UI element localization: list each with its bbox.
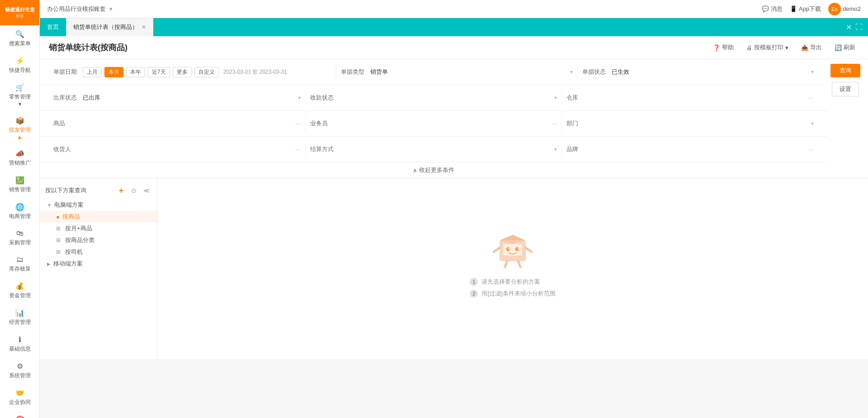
wholesale-arrow: ▲ xyxy=(17,134,23,140)
recipient-value[interactable]: ··· xyxy=(83,146,301,153)
docstatus-arrow: ▾ xyxy=(811,69,814,75)
active-scheme-icon: ● xyxy=(56,214,60,220)
sidebar-item-search[interactable]: 🔍 搜索菜单 xyxy=(0,25,39,52)
edit-scheme-btn[interactable]: ⊙ xyxy=(129,185,139,195)
sidebar-item-enterprise[interactable]: 🤝 企业协同 xyxy=(0,384,39,411)
query-btn[interactable]: 查询 xyxy=(830,64,860,77)
sidebar-item-retail[interactable]: 🛒 零售管理 ▾ xyxy=(0,79,39,112)
tab-close-all-btn[interactable]: ✕ xyxy=(846,23,852,32)
print-btn[interactable]: 🖨 按模板打印 ▾ xyxy=(743,42,792,53)
username-label: demo2 xyxy=(843,5,861,12)
sidebar-item-wholesale[interactable]: 📦 批发管理 ▲ xyxy=(0,112,39,145)
tree-mobile-root[interactable]: ▶ 移动端方案 xyxy=(40,258,157,270)
goods-dots[interactable]: ··· xyxy=(295,120,301,127)
doctype-value[interactable]: 销货单 ▾ xyxy=(370,68,573,76)
payment-status-arrow: ▾ xyxy=(554,95,557,101)
sidebar-item-marketing[interactable]: 📣 营销推广 xyxy=(0,145,39,171)
setting-btn[interactable]: 设置 xyxy=(832,82,859,96)
dept-value[interactable]: ▾ xyxy=(596,120,814,127)
tab-expand-btn[interactable]: ⛶ xyxy=(855,23,863,31)
outstatus-value[interactable]: 已出库 ▾ xyxy=(83,94,301,102)
inventory-icon: 🗂 xyxy=(16,256,24,264)
sidebar-item-basic[interactable]: ℹ 基础信息 xyxy=(0,331,39,357)
sidebar-item-purchase-label: 采购管理 xyxy=(9,239,31,247)
tab-home[interactable]: 首页 xyxy=(40,18,66,36)
user-area[interactable]: Ea demo2 xyxy=(828,3,861,15)
filter-row-2: 出库状态 已出库 ▾ 收款状态 ▾ 仓库 xyxy=(40,85,827,111)
avatar-initials: Ea xyxy=(832,6,838,12)
collapse-row[interactable]: ∧ 收起更多条件 xyxy=(40,162,827,178)
warehouse-dots[interactable]: ··· xyxy=(808,94,814,101)
sidebar-item-sales-label: 销售管理 xyxy=(9,186,31,194)
date-more-btn[interactable]: 更多 xyxy=(173,67,192,77)
avatar: Ea xyxy=(828,3,841,15)
refresh-btn[interactable]: 🔄 刷新 xyxy=(831,42,859,53)
clerk-value[interactable]: ··· xyxy=(340,120,557,127)
goods-value[interactable]: ··· xyxy=(83,120,301,127)
sidebar-item-purchase[interactable]: 🛍 采购管理 xyxy=(0,225,39,251)
tree-pc-root[interactable]: ▼ 电脑端方案 xyxy=(40,199,157,211)
by-company-label: 按司机 xyxy=(65,248,83,256)
help-btn[interactable]: ❓ 帮助 xyxy=(709,42,737,53)
date-custom-btn[interactable]: 自定义 xyxy=(194,67,219,77)
tree-by-goods[interactable]: ● 按商品 xyxy=(40,211,157,223)
brand-dots[interactable]: ··· xyxy=(808,146,814,153)
sidebar-item-sales[interactable]: 💹 销售管理 xyxy=(0,171,39,198)
sidebar-item-enterprise-label: 企业协同 xyxy=(9,399,31,406)
payment-status-value[interactable]: ▾ xyxy=(340,95,557,101)
svg-point-4 xyxy=(508,248,509,249)
warehouse-value[interactable]: ··· xyxy=(596,94,814,101)
svg-line-7 xyxy=(526,248,532,252)
svg-line-9 xyxy=(518,261,520,267)
message-btn[interactable]: 💬 消息 xyxy=(762,5,783,13)
filter-cell-payment-method: 结算方式 ▾ xyxy=(306,141,562,157)
app-download-btn[interactable]: 📱 App下载 xyxy=(790,5,821,13)
sidebar-item-operations[interactable]: 📊 经营管理 xyxy=(0,304,39,331)
tree-by-month-goods[interactable]: ⊞ 按月+商品 xyxy=(40,223,157,234)
wholesale-icon: 📦 xyxy=(15,116,24,125)
sidebar-item-quicknav[interactable]: ⚡ 快捷导航 xyxy=(0,52,39,79)
logo-text: 畅捷通好生意 xyxy=(5,6,35,13)
filter-cell-doctype: 单据类型 销货单 ▾ xyxy=(336,64,578,80)
sidebar-item-finance[interactable]: 💰 资金管理 xyxy=(0,277,39,304)
empty-illustration xyxy=(490,223,535,269)
tab-close-btn[interactable]: ✕ xyxy=(142,24,146,30)
sidebar-item-inventory-label: 库存核算 xyxy=(9,265,31,273)
clerk-dots[interactable]: ··· xyxy=(552,120,557,127)
date-current-month-btn[interactable]: 本月 xyxy=(104,67,123,77)
docstatus-value[interactable]: 已生效 ▾ xyxy=(612,68,814,76)
sidebar-item-system[interactable]: ⚙ 系统管理 xyxy=(0,357,39,384)
tab-sales-stats[interactable]: 销货单统计表（按商品） ✕ xyxy=(66,18,153,36)
left-panel-title: 按以下方案查询 xyxy=(45,186,86,195)
filter-row-3: 商品 ··· 业务员 ··· 部门 xyxy=(40,111,827,137)
company-icon: ⊞ xyxy=(56,249,61,255)
mobile-expand-arrow: ▶ xyxy=(47,261,51,266)
print-icon: 🖨 xyxy=(746,44,752,51)
date-prev-month-btn[interactable]: 上月 xyxy=(83,67,102,77)
payment-method-value[interactable]: ▾ xyxy=(340,146,557,152)
sidebar-item-retail-label: 零售管理 xyxy=(9,93,31,101)
date-7days-btn[interactable]: 近7天 xyxy=(148,67,170,77)
collapse-panel-btn[interactable]: ≪ xyxy=(142,185,151,195)
date-range-text: 2023-03-01 至 2023-03-31 xyxy=(223,68,287,76)
sidebar-item-ecommerce[interactable]: 🌐 电商管理 xyxy=(0,198,39,225)
collapse-arrow: ∧ xyxy=(413,167,417,174)
sidebar-item-guide[interactable]: 🎯 新手引导 xyxy=(0,411,39,418)
empty-tip-1: 1 请先选择要分析的方案 xyxy=(470,278,555,286)
industry-dropdown-arrow[interactable]: ▾ xyxy=(109,5,113,12)
logo-area: 畅捷通好生意 标版 xyxy=(0,0,39,25)
brand-value[interactable]: ··· xyxy=(596,146,814,153)
tab-sales-stats-label: 销货单统计表（按商品） xyxy=(73,23,138,31)
export-btn[interactable]: 📤 导出 xyxy=(797,42,826,53)
date-current-year-btn[interactable]: 本年 xyxy=(126,67,145,77)
tree-by-goods-category[interactable]: ⊞ 按商品分类 xyxy=(40,234,157,246)
ecommerce-icon: 🌐 xyxy=(15,203,24,211)
retail-icon: 🛒 xyxy=(15,83,24,92)
recipient-dots[interactable]: ··· xyxy=(295,146,301,153)
add-scheme-btn[interactable]: + xyxy=(116,185,126,195)
warehouse-label: 仓库 xyxy=(566,94,596,102)
main-area: 办公用品行业模拟账套 ▾ 💬 消息 📱 App下载 Ea demo2 首页 xyxy=(40,0,868,418)
filter-cell-recipient: 收货人 ··· xyxy=(49,141,306,157)
tree-by-company[interactable]: ⊞ 按司机 xyxy=(40,246,157,258)
sidebar-item-inventory[interactable]: 🗂 库存核算 xyxy=(0,251,39,277)
